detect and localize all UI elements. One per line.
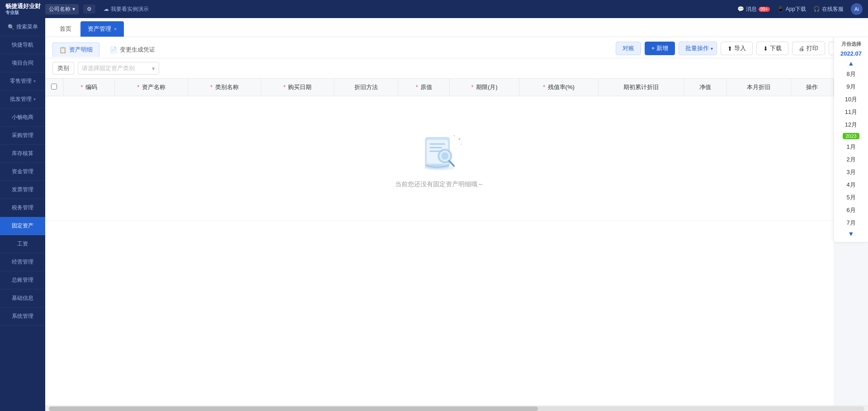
sidebar-item-wholesale[interactable]: 批发管理: [0, 90, 45, 109]
sidebar-item-search[interactable]: 🔍 搜索菜单: [0, 18, 45, 36]
month-item-1[interactable]: 1月: [839, 141, 864, 153]
sidebar-item-quick-nav[interactable]: 快捷导航: [0, 36, 45, 54]
sidebar-item-project-contract[interactable]: 项目合同: [0, 54, 45, 72]
sidebar-item-finance[interactable]: 资金管理: [0, 163, 45, 181]
import-button[interactable]: ⬆ 导入: [721, 42, 753, 55]
table-header-category-name: * 类别名称: [188, 79, 261, 96]
table-header-period: * 期限(月): [450, 79, 519, 96]
message-badge: 99+: [759, 7, 770, 12]
scrollbar-thumb: [49, 406, 538, 411]
print-icon: 🖨: [799, 45, 805, 52]
sub-tab-change-voucher[interactable]: 📄 变更生成凭证: [103, 43, 162, 57]
month-item-9[interactable]: 9月: [839, 81, 864, 93]
sidebar-item-business[interactable]: 经营管理: [0, 253, 45, 271]
list-icon: 📋: [59, 47, 66, 53]
table-header-depreciation-method: 折旧方法: [334, 79, 398, 96]
empty-illustration: ✦ ✦ ✦: [412, 128, 467, 173]
month-item-3[interactable]: 3月: [839, 166, 864, 178]
month-item-5[interactable]: 5月: [839, 192, 864, 203]
chevron-down-icon: ▾: [72, 6, 75, 12]
empty-text: 当前您还没有固定资产明细哦～: [395, 180, 484, 189]
month-item-11[interactable]: 11月: [839, 106, 864, 118]
category-select[interactable]: 请选择固定资产类别 ▾: [78, 62, 159, 75]
sidebar: 🔍 搜索菜单 快捷导航 项目合同 零售管理 批发管理 小畅电商 采购管理 库存核…: [0, 18, 45, 411]
sidebar-item-fixed-assets[interactable]: 固定资产: [0, 217, 45, 235]
tab-close-icon[interactable]: ×: [114, 26, 117, 32]
table-header-net-value: 净值: [684, 79, 726, 96]
print-button[interactable]: 🖨 打印: [792, 42, 825, 55]
tab-asset-management[interactable]: 资产管理 ×: [80, 21, 124, 37]
month-item-4[interactable]: 4月: [839, 179, 864, 191]
month-item-8[interactable]: 8月: [839, 68, 864, 80]
month-up-button[interactable]: ▲: [847, 59, 856, 68]
sidebar-item-basic-info[interactable]: 基础信息: [0, 289, 45, 307]
cloud-icon: ☁: [104, 6, 109, 12]
headphone-icon: 🎧: [813, 6, 820, 12]
sidebar-item-ecommerce[interactable]: 小畅电商: [0, 109, 45, 127]
month-item-6[interactable]: 6月: [839, 204, 864, 216]
month-panel-title: 月份选择: [841, 41, 861, 47]
sidebar-item-system[interactable]: 系统管理: [0, 307, 45, 326]
month-item-2[interactable]: 2月: [839, 154, 864, 165]
dropdown-icon: ▾: [152, 65, 155, 72]
table-wrapper: * 编码 * 资产名称 * 类别名称: [45, 79, 834, 406]
sidebar-item-retail[interactable]: 零售管理: [0, 72, 45, 90]
month-panel: 月份选择 2022.07 ▲ 8月 9月 10月 11月 12月 2023 1月…: [834, 37, 868, 242]
month-item-7[interactable]: 7月: [839, 217, 864, 229]
month-item-12[interactable]: 12月: [839, 119, 864, 131]
search-icon: 🔍: [8, 24, 14, 30]
message-button[interactable]: 💬 消息 99+: [737, 5, 770, 13]
sidebar-item-invoice[interactable]: 发票管理: [0, 181, 45, 199]
empty-state-cell: ✦ ✦ ✦ 当前您还没有固定资产明细哦～: [45, 96, 834, 221]
table-header-asset-name: * 资产名称: [115, 79, 188, 96]
sidebar-item-tax[interactable]: 税务管理: [0, 199, 45, 217]
month-down-button[interactable]: ▼: [847, 229, 856, 238]
online-service-button[interactable]: 🎧 在线客服: [813, 5, 844, 13]
table-header-residual-rate: * 残值率(%): [519, 79, 598, 96]
reconcile-button[interactable]: 对账: [616, 42, 641, 55]
table-header-monthly-depreciation: 本月折旧: [726, 79, 791, 96]
sidebar-item-payroll[interactable]: 工资: [0, 235, 45, 253]
app-download-button[interactable]: 📱 App下载: [777, 5, 806, 13]
user-avatar[interactable]: Ai: [851, 3, 863, 15]
svg-point-8: [441, 152, 448, 160]
select-all-checkbox[interactable]: [51, 84, 57, 90]
demo-link[interactable]: ☁ 我要看实例演示: [104, 5, 149, 13]
chevron-down-icon: ▾: [711, 46, 713, 51]
table-header-purchase-date: * 购买日期: [261, 79, 334, 96]
sidebar-item-general-ledger[interactable]: 总账管理: [0, 271, 45, 289]
company-selector[interactable]: 公司名称 ▾: [45, 4, 79, 14]
batch-button[interactable]: 批量操作 ▾: [679, 42, 717, 55]
sub-tab-asset-detail[interactable]: 📋 资产明细: [52, 43, 99, 57]
download-icon: ⬇: [763, 45, 768, 52]
add-button[interactable]: + 新增: [645, 42, 675, 55]
empty-state: ✦ ✦ ✦ 当前您还没有固定资产明细哦～: [51, 101, 828, 216]
month-panel-year: 2022.07: [840, 50, 862, 57]
filter-row: 类别 请选择固定资产类别 ▾: [45, 58, 868, 79]
app-name: 畅捷通好业财: [5, 3, 41, 10]
import-icon: ⬆: [727, 45, 732, 52]
top-bar: 畅捷通好业财 专业版 公司名称 ▾ ⚙ ☁ 我要看实例演示 💬 消息 99+ 📱…: [0, 0, 868, 18]
table-header-operation: 操作: [791, 79, 833, 96]
settings-button[interactable]: ⚙: [83, 5, 95, 14]
tab-bar: 首页 资产管理 ×: [45, 18, 868, 37]
bottom-scrollbar[interactable]: [45, 406, 868, 411]
sidebar-item-purchase[interactable]: 采购管理: [0, 127, 45, 145]
company-name: 公司名称: [49, 5, 71, 13]
gear-icon: ⚙: [87, 6, 92, 12]
asset-table: * 编码 * 资产名称 * 类别名称: [45, 79, 834, 221]
main-layout: 🔍 搜索菜单 快捷导航 项目合同 零售管理 批发管理 小畅电商 采购管理 库存核…: [0, 18, 868, 411]
sidebar-item-inventory[interactable]: 库存核算: [0, 145, 45, 163]
tab-home[interactable]: 首页: [52, 21, 79, 37]
table-header-accumulated-depreciation: 期初累计折旧: [598, 79, 684, 96]
top-bar-right: 💬 消息 99+ 📱 App下载 🎧 在线客服 Ai: [737, 3, 863, 15]
month-item-10[interactable]: 10月: [839, 94, 864, 105]
svg-line-9: [449, 161, 454, 166]
download-button[interactable]: ⬇ 下载: [756, 42, 788, 55]
table-header-checkbox: [45, 79, 63, 96]
svg-text:✦: ✦: [453, 134, 456, 137]
sub-tabs: 📋 资产明细 📄 变更生成凭证 对账 + 新增 批量操作 ▾ ⬆: [45, 37, 868, 58]
phone-icon: 📱: [777, 6, 784, 12]
user-name: Ai: [854, 6, 859, 12]
app-edition: 专业版: [5, 10, 41, 15]
